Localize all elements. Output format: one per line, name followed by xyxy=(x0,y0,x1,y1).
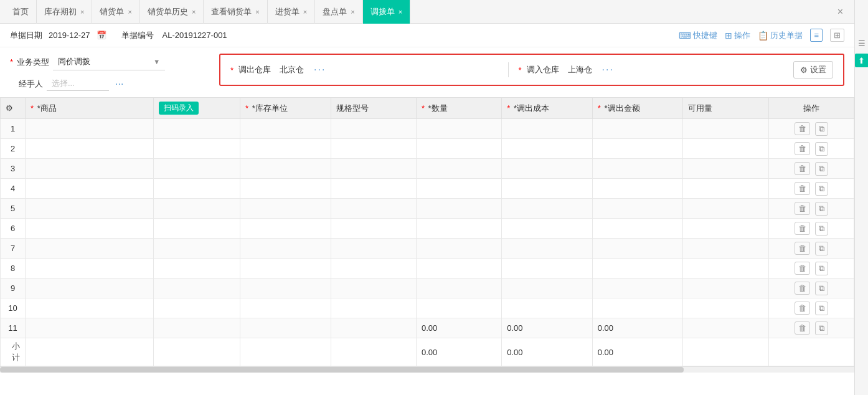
row-copy-btn-5[interactable]: ⧉ xyxy=(815,202,828,216)
view-toggle-list[interactable]: ≡ xyxy=(810,29,823,42)
row-cost-10[interactable] xyxy=(502,298,593,318)
row-qty-10[interactable] xyxy=(416,298,501,318)
row-product-7[interactable] xyxy=(26,239,154,259)
row-amount-5[interactable] xyxy=(592,199,683,219)
row-delete-btn-8[interactable]: 🗑 xyxy=(795,262,810,275)
row-copy-btn-8[interactable]: ⧉ xyxy=(815,262,828,275)
row-cost-1[interactable] xyxy=(502,119,593,139)
scan-button[interactable]: 扫码录入 xyxy=(159,102,199,115)
row-spec-9[interactable] xyxy=(331,278,416,298)
row-spec-6[interactable] xyxy=(331,219,416,239)
tab-purchase-order[interactable]: 进货单 × xyxy=(268,0,315,24)
th-gear[interactable]: ⚙ xyxy=(1,98,26,119)
view-toggle-grid[interactable]: ⊞ xyxy=(830,29,844,42)
row-unit-1[interactable] xyxy=(240,119,331,139)
warehouse-in-more-icon[interactable]: ··· xyxy=(597,64,619,75)
row-amount-1[interactable] xyxy=(592,119,683,139)
row-unit-9[interactable] xyxy=(240,278,331,298)
row-delete-btn-3[interactable]: 🗑 xyxy=(795,162,810,175)
row-unit-7[interactable] xyxy=(240,239,331,259)
row-cost-5[interactable] xyxy=(502,199,593,219)
row-unit-10[interactable] xyxy=(240,298,331,318)
row-amount-3[interactable] xyxy=(592,159,683,179)
subtotal-copy-btn[interactable]: ⧉ xyxy=(815,321,828,335)
row-spec-4[interactable] xyxy=(331,179,416,199)
row-delete-btn-2[interactable]: 🗑 xyxy=(795,142,810,155)
operations-button[interactable]: ⊞ 操作 xyxy=(725,30,750,41)
row-cost-9[interactable] xyxy=(502,278,593,298)
tab-home[interactable]: 首页 xyxy=(5,0,37,24)
row-qty-8[interactable] xyxy=(416,259,501,278)
row-product-3[interactable] xyxy=(26,159,154,179)
row-unit-4[interactable] xyxy=(240,179,331,199)
row-spec-3[interactable] xyxy=(331,159,416,179)
tab-transfer-order[interactable]: 调拨单 × xyxy=(363,0,410,24)
sidebar-export-icon[interactable]: ⬆ xyxy=(855,54,869,67)
row-copy-btn-3[interactable]: ⧉ xyxy=(815,162,828,176)
history-button[interactable]: 📋 历史单据 xyxy=(758,30,803,41)
row-delete-btn-5[interactable]: 🗑 xyxy=(795,202,810,215)
subtotal-delete-btn[interactable]: 🗑 xyxy=(795,321,810,335)
th-scan[interactable]: 扫码录入 xyxy=(154,98,240,119)
row-qty-2[interactable] xyxy=(416,139,501,159)
row-amount-10[interactable] xyxy=(592,298,683,318)
row-qty-5[interactable] xyxy=(416,199,501,219)
tab-sales-history-close[interactable]: × xyxy=(192,8,196,16)
calendar-icon[interactable]: 📅 xyxy=(97,31,106,40)
shortcuts-button[interactable]: ⌨ 快捷键 xyxy=(679,30,717,41)
row-cost-3[interactable] xyxy=(502,159,593,179)
tab-transfer-order-close[interactable]: × xyxy=(399,8,402,16)
row-product-8[interactable] xyxy=(26,259,154,278)
handler-select[interactable]: 选择... xyxy=(47,77,109,91)
row-spec-8[interactable] xyxy=(331,259,416,278)
sidebar-list-icon[interactable]: ☰ xyxy=(856,37,867,49)
tab-purchase-order-close[interactable]: × xyxy=(303,8,307,16)
row-cost-8[interactable] xyxy=(502,259,593,278)
row-product-2[interactable] xyxy=(26,139,154,159)
row-qty-7[interactable] xyxy=(416,239,501,259)
handler-more-icon[interactable]: ··· xyxy=(115,79,123,90)
row-amount-6[interactable] xyxy=(592,219,683,239)
row-delete-btn-9[interactable]: 🗑 xyxy=(795,282,810,295)
row-unit-3[interactable] xyxy=(240,159,331,179)
row-cost-6[interactable] xyxy=(502,219,593,239)
tab-inventory-count[interactable]: 盘点单 × xyxy=(315,0,362,24)
row-product-5[interactable] xyxy=(26,199,154,219)
scrollbar-thumb[interactable] xyxy=(0,367,684,373)
row-spec-5[interactable] xyxy=(331,199,416,219)
row-unit-8[interactable] xyxy=(240,259,331,278)
tab-sales-order-close[interactable]: × xyxy=(128,8,131,16)
row-delete-btn-7[interactable]: 🗑 xyxy=(795,242,810,255)
tab-sales-history[interactable]: 销货单历史 × xyxy=(140,0,204,24)
row-qty-1[interactable] xyxy=(416,119,501,139)
row-copy-btn-1[interactable]: ⧉ xyxy=(815,122,828,136)
row-unit-2[interactable] xyxy=(240,139,331,159)
setting-button[interactable]: ⚙ 设置 xyxy=(793,61,833,79)
row-product-9[interactable] xyxy=(26,278,154,298)
row-unit-6[interactable] xyxy=(240,219,331,239)
business-type-select[interactable]: 同价调拨 ▼ xyxy=(53,54,165,70)
tab-inventory-count-close[interactable]: × xyxy=(351,8,354,16)
row-copy-btn-4[interactable]: ⧉ xyxy=(815,182,828,196)
row-qty-4[interactable] xyxy=(416,179,501,199)
row-copy-btn-10[interactable]: ⧉ xyxy=(815,302,828,315)
row-amount-8[interactable] xyxy=(592,259,683,278)
row-copy-btn-2[interactable]: ⧉ xyxy=(815,142,828,156)
row-amount-4[interactable] xyxy=(592,179,683,199)
row-amount-7[interactable] xyxy=(592,239,683,259)
row-cost-2[interactable] xyxy=(502,139,593,159)
row-amount-2[interactable] xyxy=(592,139,683,159)
row-qty-3[interactable] xyxy=(416,159,501,179)
tab-view-sales-close[interactable]: × xyxy=(255,8,259,16)
row-amount-9[interactable] xyxy=(592,278,683,298)
row-product-4[interactable] xyxy=(26,179,154,199)
warehouse-out-more-icon[interactable]: ··· xyxy=(309,64,331,75)
tab-view-sales[interactable]: 查看销货单 × xyxy=(204,0,267,24)
row-spec-1[interactable] xyxy=(331,119,416,139)
window-close-button[interactable]: × xyxy=(831,6,849,17)
row-spec-10[interactable] xyxy=(331,298,416,318)
row-spec-7[interactable] xyxy=(331,239,416,259)
horizontal-scrollbar[interactable] xyxy=(0,366,854,373)
row-copy-btn-6[interactable]: ⧉ xyxy=(815,222,828,236)
row-unit-5[interactable] xyxy=(240,199,331,219)
